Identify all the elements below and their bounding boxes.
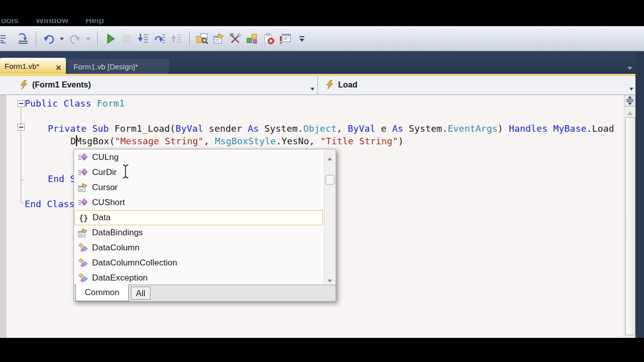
completion-label: DataColumn <box>92 243 140 253</box>
completion-item-curdir[interactable]: CurDir <box>74 165 323 180</box>
window-edge <box>635 51 644 338</box>
code-token: Private Sub <box>48 123 114 134</box>
editor-vertical-scrollbar[interactable] <box>624 95 635 338</box>
command-window-icon[interactable] <box>279 32 292 45</box>
class-combobox[interactable]: (Form1 Events) <box>32 80 91 89</box>
code-token: Public Class <box>25 98 97 109</box>
code-token: .YesNo, <box>276 136 320 146</box>
undo-icon[interactable] <box>42 32 55 45</box>
code-line: End Class <box>25 198 74 210</box>
code-line: DMsgBox("Message String", MsgBoxStyle.Ye… <box>70 135 404 147</box>
code-token: As <box>392 123 409 134</box>
toolbox-icon[interactable] <box>229 32 242 45</box>
code-token: ) <box>498 123 509 134</box>
completion-label: Data <box>93 213 111 223</box>
navbar-divider <box>317 76 318 95</box>
tab-all[interactable]: All <box>131 287 150 300</box>
dropdown-arrow-icon[interactable] <box>59 32 65 45</box>
chevron-down-icon[interactable] <box>629 84 634 88</box>
code-token: ByVal <box>348 123 381 134</box>
code-token: , <box>204 136 215 146</box>
tab-common[interactable]: Common <box>75 285 129 301</box>
outline-tick <box>21 203 24 203</box>
svg-text:{}: {} <box>79 214 88 223</box>
property-icon <box>78 228 88 238</box>
code-token: MsgBoxStyle <box>215 136 276 146</box>
menu-bar: oolsWindowHelp <box>0 19 644 26</box>
collapse-region-button[interactable] <box>18 100 25 107</box>
properties-window-icon[interactable] <box>212 32 225 45</box>
completion-item-databindings[interactable]: DataBindings <box>74 225 323 240</box>
scrollbar-thumb[interactable] <box>326 175 335 185</box>
code-token: End Class <box>25 199 74 209</box>
method-combobox[interactable]: Load <box>338 80 357 89</box>
completion-item-cushort[interactable]: CUShort <box>74 195 323 210</box>
solution-explorer-icon[interactable] <box>196 32 209 45</box>
collapse-region-button[interactable] <box>18 124 25 131</box>
method-icon <box>78 198 88 208</box>
tab-form1-vb[interactable]: Form1.vb* <box>0 58 66 74</box>
code-token: e <box>381 123 392 134</box>
code-token: sender <box>209 123 248 134</box>
outline-tick <box>21 180 24 180</box>
error-list-icon[interactable] <box>262 32 275 45</box>
scroll-up-icon[interactable] <box>627 109 633 113</box>
code-token: "Message String" <box>115 136 204 146</box>
completion-list[interactable]: CULngCurDirCursorCUShort{}DataDataBindin… <box>73 149 336 285</box>
mouse-ibeam-cursor <box>122 164 129 179</box>
scroll-up-icon[interactable] <box>327 154 333 158</box>
events-lightning-icon <box>326 80 334 89</box>
dropdown-arrow-icon <box>85 32 91 45</box>
document-list-chevron-icon[interactable] <box>627 64 633 69</box>
toolbar-separator <box>97 31 98 46</box>
break-all-icon <box>120 32 133 45</box>
completion-label: DataException <box>92 273 148 283</box>
completion-label: CurDir <box>92 167 117 177</box>
edit-lines-icon[interactable] <box>0 32 13 45</box>
text-caret <box>76 135 77 146</box>
code-token: As <box>248 123 264 134</box>
toolbar-separator <box>36 31 36 46</box>
completion-label: CUShort <box>92 198 125 208</box>
code-token: ) <box>398 136 404 146</box>
code-token: Form1 <box>97 98 124 109</box>
start-debugging-icon[interactable] <box>104 32 117 45</box>
standard-toolbar <box>0 26 644 51</box>
close-icon[interactable] <box>56 63 61 69</box>
scrollbar-thumb[interactable] <box>625 117 635 335</box>
tab-form1-vb-design[interactable]: Form1.vb [Design]* <box>67 59 169 74</box>
completion-item-datacolumncollection[interactable]: DataColumnCollection <box>74 255 323 270</box>
property-icon <box>78 183 88 193</box>
scroll-down-icon[interactable] <box>327 276 333 280</box>
code-line: Private Sub Form1_Load(ByVal sender As S… <box>48 122 614 135</box>
completion-item-dataexception[interactable]: DataException <box>74 270 323 286</box>
menu-item-help[interactable]: Help <box>86 19 104 26</box>
toolbar-overflow-icon[interactable] <box>295 32 308 45</box>
split-editor-handle[interactable] <box>624 95 635 107</box>
menu-item-ools[interactable]: ools <box>1 19 19 26</box>
object-browser-icon[interactable] <box>246 32 259 45</box>
letterbox-top <box>0 0 644 19</box>
code-token: ByVal <box>176 123 209 134</box>
completion-label: CULng <box>92 152 119 162</box>
toolbar-separator <box>189 31 190 46</box>
code-token: Object <box>303 123 337 134</box>
letterbox-bottom <box>0 338 644 362</box>
breakpoint-margin[interactable] <box>0 95 6 338</box>
code-token: DMsgBox( <box>70 136 115 146</box>
outline-guide-line <box>21 107 21 203</box>
chevron-down-icon[interactable] <box>310 84 315 88</box>
completion-scrollbar[interactable] <box>324 150 335 284</box>
completion-item-cursor[interactable]: Cursor <box>74 180 323 195</box>
completion-item-data[interactable]: {}Data <box>74 210 323 225</box>
step-over-icon[interactable] <box>153 32 167 45</box>
step-into-icon[interactable] <box>137 32 150 45</box>
completion-item-culng[interactable]: CULng <box>74 150 323 165</box>
completion-label: DataColumnCollection <box>92 258 177 268</box>
undo-lines-icon[interactable] <box>17 32 30 45</box>
redo-icon <box>68 32 82 45</box>
class-icon <box>78 273 88 283</box>
menu-item-window[interactable]: Window <box>36 19 68 26</box>
completion-item-datacolumn[interactable]: DataColumn <box>74 240 323 255</box>
class-icon <box>78 258 88 268</box>
